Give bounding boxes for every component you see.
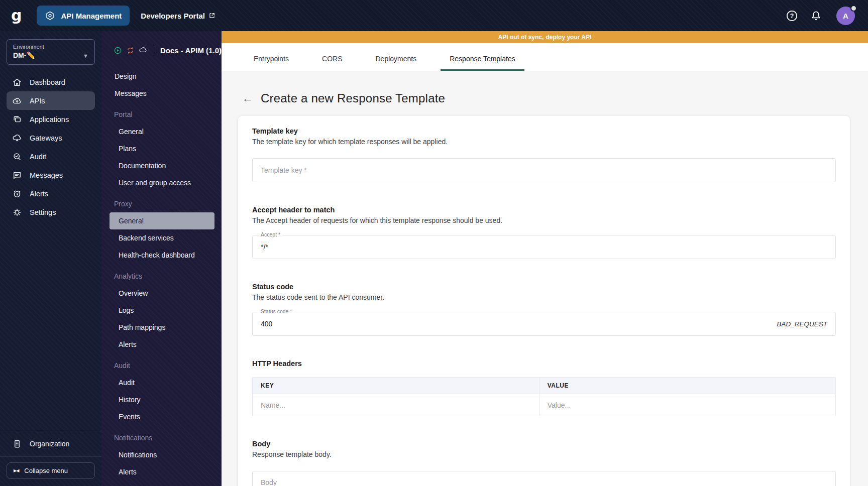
body-description: Response template body. (252, 450, 836, 458)
tab-response-templates[interactable]: Response Templates (448, 55, 517, 71)
template-key-description: The template key for which template resp… (252, 138, 836, 146)
sidebar-item-dashboard[interactable]: Dashboard (7, 73, 95, 91)
sidebar-item-audit[interactable]: Audit (7, 147, 95, 166)
api-menu-item-design[interactable]: Design (101, 68, 222, 85)
http-headers-section: HTTP Headers KEY VALUE (252, 359, 836, 416)
accept-input-label: Accept * (259, 231, 282, 237)
cloud-upload-icon (12, 96, 22, 106)
template-key-input[interactable] (253, 166, 835, 174)
sync-api-icon[interactable] (126, 46, 135, 55)
deploy-api-link[interactable]: deploy your API (546, 34, 591, 41)
api-menu-item-notifications-alerts[interactable]: Alerts (101, 463, 222, 480)
header-key-input[interactable] (253, 401, 539, 409)
api-menu-item-messages[interactable]: Messages (101, 85, 222, 102)
api-menu-item-logs[interactable]: Logs (101, 302, 222, 319)
chevron-down-icon: ▼ (83, 53, 88, 59)
developers-portal-label: Developers Portal (141, 12, 205, 20)
sidebar-item-alerts[interactable]: Alerts (7, 184, 95, 203)
avatar-status-dot (850, 5, 857, 12)
collapse-icon: ▶◀ (14, 468, 19, 473)
gravitee-logo-icon[interactable]: g (11, 8, 22, 23)
external-link-icon (208, 12, 215, 19)
environment-selector-label: Environment (13, 44, 88, 50)
divider (154, 46, 154, 55)
status-code-input-label: Status code * (259, 308, 294, 314)
template-key-section: Template key The template key for which … (252, 127, 836, 182)
home-icon (12, 77, 22, 87)
sidebar-item-apis[interactable]: APIs (7, 91, 95, 110)
template-key-heading: Template key (252, 127, 836, 135)
api-menu-item-audit[interactable]: Audit (101, 374, 222, 391)
api-menu-item-overview[interactable]: Overview (101, 285, 222, 302)
environment-nav: Dashboard APIs Applications (7, 73, 95, 221)
search-check-icon (12, 152, 22, 162)
status-code-description: The status code sent to the API consumer… (252, 293, 836, 301)
api-menu-section-audit: Audit (101, 357, 222, 374)
sidebar-item-label: Audit (30, 153, 46, 161)
api-nav: Design Messages Portal General Plans Doc… (101, 68, 222, 480)
sidebar-item-applications[interactable]: Applications (7, 110, 95, 129)
cloud-icon (12, 133, 22, 143)
header-value-input[interactable] (539, 401, 826, 409)
api-out-of-sync-banner: API out of sync, deploy your API (222, 31, 868, 43)
api-menu-item-events[interactable]: Events (101, 408, 222, 425)
accept-heading: Accept header to match (252, 206, 836, 214)
user-avatar[interactable]: A (836, 7, 855, 25)
api-menu-item-plans[interactable]: Plans (101, 140, 222, 157)
api-menu-item-user-group-access[interactable]: User and group access (101, 174, 222, 191)
back-arrow-icon[interactable]: ← (242, 93, 253, 104)
api-menu-item-backend-services[interactable]: Backend services (101, 229, 222, 247)
body-heading: Body (252, 440, 836, 448)
tab-cors[interactable]: CORS (320, 55, 344, 71)
sidebar-item-settings[interactable]: Settings (7, 203, 95, 221)
environment-selector[interactable]: Environment DM-✏️ ▼ (7, 39, 95, 65)
developers-portal-link[interactable]: Developers Portal (141, 12, 215, 20)
page-content: ← Create a new Response Template Templat… (222, 71, 868, 486)
api-menu-section-portal: Portal (101, 106, 222, 123)
status-code-input[interactable] (253, 320, 777, 328)
api-management-app-button[interactable]: API Management (37, 6, 130, 26)
organization-label: Organization (30, 440, 69, 448)
notifications-bell-icon[interactable] (810, 10, 822, 22)
collapse-menu-label: Collapse menu (24, 467, 68, 474)
header-column-value: VALUE (539, 378, 826, 394)
api-menu-item-proxy-general[interactable]: General (110, 212, 214, 229)
accept-description: The Accept header of requests for which … (252, 216, 836, 224)
environment-sidebar: Environment DM-✏️ ▼ Dashboard APIs (0, 31, 101, 486)
sidebar-item-messages[interactable]: Messages (7, 166, 95, 184)
tab-entrypoints[interactable]: Entrypoints (252, 55, 291, 71)
sidebar-item-label: Alerts (30, 190, 48, 198)
status-code-section: Status code The status code sent to the … (252, 283, 836, 336)
api-menu-item-notifications[interactable]: Notifications (101, 446, 222, 463)
sidebar-item-gateways[interactable]: Gateways (7, 129, 95, 147)
body-section: Body Response template body. (252, 440, 836, 486)
api-menu-item-path-mappings[interactable]: Path mappings (101, 319, 222, 336)
api-header: Docs - APIM (1.0) (101, 46, 222, 55)
collapse-menu-button[interactable]: ▶◀ Collapse menu (7, 462, 95, 479)
sidebar-item-label: Dashboard (30, 78, 65, 86)
svg-text:?: ? (790, 13, 794, 20)
api-menu-item-health-check-dashboard[interactable]: Health-check dashboard (101, 247, 222, 264)
api-menu-item-portal-general[interactable]: General (101, 123, 222, 140)
api-management-label: API Management (61, 12, 122, 20)
api-menu-sidebar: Docs - APIM (1.0) Design Messages Portal… (101, 31, 222, 486)
alarm-clock-icon (12, 189, 22, 199)
help-icon[interactable]: ? (785, 9, 799, 23)
sidebar-item-label: Applications (30, 115, 69, 124)
sidebar-item-organization[interactable]: Organization (7, 431, 95, 456)
sidebar-item-label: APIs (30, 97, 45, 105)
cloud-status-icon[interactable] (139, 46, 148, 55)
start-api-icon[interactable] (114, 46, 122, 55)
chat-bubble-icon (12, 170, 22, 180)
tab-deployments[interactable]: Deployments (374, 55, 419, 71)
api-menu-section-proxy: Proxy (101, 195, 222, 212)
tab-bar: Entrypoints CORS Deployments Response Te… (222, 43, 868, 71)
api-menu-item-documentation[interactable]: Documentation (101, 157, 222, 174)
body-textarea[interactable] (253, 471, 835, 486)
api-menu-item-history[interactable]: History (101, 391, 222, 408)
http-headers-table: KEY VALUE (252, 377, 836, 416)
table-row (253, 394, 835, 416)
api-menu-item-analytics-alerts[interactable]: Alerts (101, 336, 222, 353)
gear-icon (12, 207, 22, 217)
accept-input[interactable] (253, 243, 835, 251)
